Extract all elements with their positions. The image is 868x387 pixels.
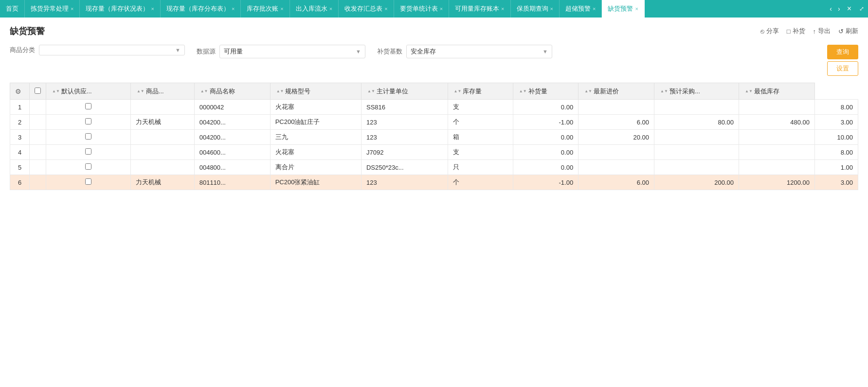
row-stock: 0.00 xyxy=(513,100,578,115)
category-arrow-icon: ▼ xyxy=(175,47,181,53)
tab-receipt-summary[interactable]: 收发存汇总表 × xyxy=(339,0,394,18)
page-title: 缺货预警 xyxy=(10,25,45,37)
th-unit[interactable]: ▲▼ 主计量单位 xyxy=(361,83,448,100)
th-settings[interactable]: ⚙ xyxy=(10,83,30,100)
row-check-cell[interactable] xyxy=(46,145,131,160)
row-checkbox-5[interactable] xyxy=(85,178,91,185)
tab-stock-dist[interactable]: 现存量（库存分布表） × xyxy=(161,0,241,18)
row-check-cell[interactable] xyxy=(46,100,131,115)
row-checkbox-1[interactable] xyxy=(85,118,91,124)
th-min-stock[interactable]: ▲▼ 最低库存 xyxy=(739,83,815,100)
th-goods-name[interactable]: ▲▼ 商品名称 xyxy=(194,83,270,100)
close-tab-10[interactable]: × xyxy=(593,6,596,12)
row-check-cell[interactable] xyxy=(46,115,131,130)
th-latest-price[interactable]: ▲▼ 最新进价 xyxy=(579,83,654,100)
th-goods-name-sort-icon: ▲▼ xyxy=(200,89,208,93)
row-replenish xyxy=(579,160,654,175)
tab-requisition-stats[interactable]: 要货单统计表 × xyxy=(394,0,449,18)
row-replenish: 6.00 xyxy=(579,175,654,190)
tab-quality-query[interactable]: 保质期查询 × xyxy=(511,0,560,18)
replenish-basis-filter-group: 补货基数 安全库存 ▼ xyxy=(377,45,552,58)
fullscreen-btn[interactable]: ⤢ xyxy=(855,0,868,18)
select-all-checkbox[interactable] xyxy=(35,88,41,94)
row-replenish: 6.00 xyxy=(579,115,654,130)
row-unit: 个 xyxy=(448,115,513,130)
row-replenish xyxy=(579,145,654,160)
category-select[interactable]: ▼ xyxy=(39,45,185,55)
row-checkbox-0[interactable] xyxy=(85,103,91,109)
table-row: 6 力天机械 801110... PC200张紧油缸 123 个 -1.00 6… xyxy=(10,175,858,190)
datasource-label: 数据源 xyxy=(197,47,216,56)
export-button[interactable]: ↑ 导出 xyxy=(813,27,831,35)
row-stock: 0.00 xyxy=(513,130,578,145)
category-label: 商品分类 xyxy=(10,46,35,54)
row-est-purchase xyxy=(739,130,815,145)
row-goods-name: PC200张紧油缸 xyxy=(270,175,361,190)
close-tab-4[interactable]: × xyxy=(280,6,283,12)
th-est-purchase-sort-icon: ▲▼ xyxy=(660,89,668,93)
row-min-stock: 3.00 xyxy=(814,115,858,130)
page-content: 缺货预警 ⎋ 分享 □ 补货 ↑ 导出 ↺ 刷新 商品分类 xyxy=(0,18,868,387)
row-index: 4 xyxy=(10,145,30,160)
row-checkbox-3[interactable] xyxy=(85,148,91,155)
row-unit: 个 xyxy=(448,175,513,190)
tab-stock-status[interactable]: 现存量（库存状况表） × xyxy=(80,0,160,18)
tab-overstock-warning[interactable]: 超储预警 × xyxy=(560,0,602,18)
tab-home[interactable]: 首页 xyxy=(0,0,25,18)
row-min-stock: 8.00 xyxy=(814,145,858,160)
th-supplier[interactable]: ▲▼ 默认供应... xyxy=(46,83,131,100)
close-tab-6[interactable]: × xyxy=(384,6,387,12)
close-all-tabs[interactable]: × xyxy=(843,0,855,18)
th-goods-code[interactable]: ▲▼ 商品... xyxy=(130,83,194,100)
close-tab-5[interactable]: × xyxy=(329,6,332,12)
share-button[interactable]: ⎋ 分享 xyxy=(760,27,779,35)
row-goods-code: 0000042 xyxy=(194,100,270,115)
row-checkbox-2[interactable] xyxy=(85,133,91,140)
close-tab-11[interactable]: × xyxy=(635,6,638,12)
th-stock[interactable]: ▲▼ 库存量 xyxy=(448,83,513,100)
datasource-select[interactable]: 可用量 ▼ xyxy=(219,45,365,58)
tab-batch-account[interactable]: 库存批次账 × xyxy=(241,0,289,18)
scroll-tabs-left[interactable]: ‹ xyxy=(827,0,835,18)
replenish-basis-label: 补货基数 xyxy=(377,47,402,56)
tab-available-ledger[interactable]: 可用量库存账本 × xyxy=(449,0,510,18)
row-spec: 123 xyxy=(361,175,448,190)
row-supplier xyxy=(130,160,194,175)
close-tab-2[interactable]: × xyxy=(151,6,154,12)
row-stock: -1.00 xyxy=(513,175,578,190)
row-index: 2 xyxy=(10,115,30,130)
th-min-stock-sort-icon: ▲▼ xyxy=(745,89,753,93)
replenish-basis-value: 安全库存 xyxy=(411,47,436,56)
row-supplier: 力天机械 xyxy=(130,175,194,190)
row-check-cell[interactable] xyxy=(46,130,131,145)
row-latest-price: 200.00 xyxy=(654,175,739,190)
th-check[interactable] xyxy=(30,83,46,100)
row-check-cell[interactable] xyxy=(46,160,131,175)
close-tab-3[interactable]: × xyxy=(232,6,235,12)
row-unit: 只 xyxy=(448,160,513,175)
query-button[interactable]: 查询 xyxy=(827,45,858,59)
close-tab-9[interactable]: × xyxy=(550,6,553,12)
row-checkbox-4[interactable] xyxy=(85,163,91,170)
close-tab-8[interactable]: × xyxy=(501,6,504,12)
nav-tabs: 首页 拣货异常处理 × 现存量（库存状况表） × 现存量（库存分布表） × 库存… xyxy=(0,0,868,18)
close-tab-1[interactable]: × xyxy=(71,6,73,12)
scroll-tabs-right[interactable]: › xyxy=(835,0,843,18)
th-est-purchase[interactable]: ▲▼ 预计采购... xyxy=(654,83,739,100)
row-check-cell[interactable] xyxy=(46,175,131,190)
row-stock: -1.00 xyxy=(513,115,578,130)
th-spec[interactable]: ▲▼ 规格型号 xyxy=(270,83,361,100)
th-replenish[interactable]: ▲▼ 补货量 xyxy=(513,83,578,100)
tab-shortage-warning[interactable]: 缺货预警 × xyxy=(602,0,644,18)
th-goods-code-sort-icon: ▲▼ xyxy=(137,89,145,93)
table-row: 4 004600... 火花塞 J7092 支 0.00 8.00 xyxy=(10,145,858,160)
refresh-button[interactable]: ↺ 刷新 xyxy=(838,27,858,35)
close-tab-7[interactable]: × xyxy=(440,6,443,12)
row-supplier: 力天机械 xyxy=(130,115,194,130)
tab-picking-exception[interactable]: 拣货异常处理 × xyxy=(25,0,80,18)
replenish-basis-select[interactable]: 安全库存 ▼ xyxy=(406,45,552,58)
datasource-arrow-icon: ▼ xyxy=(356,49,361,54)
tab-inout-flow[interactable]: 出入库流水 × xyxy=(290,0,339,18)
settings-button[interactable]: 设置 xyxy=(827,61,858,76)
replenish-button[interactable]: □ 补货 xyxy=(787,27,805,35)
